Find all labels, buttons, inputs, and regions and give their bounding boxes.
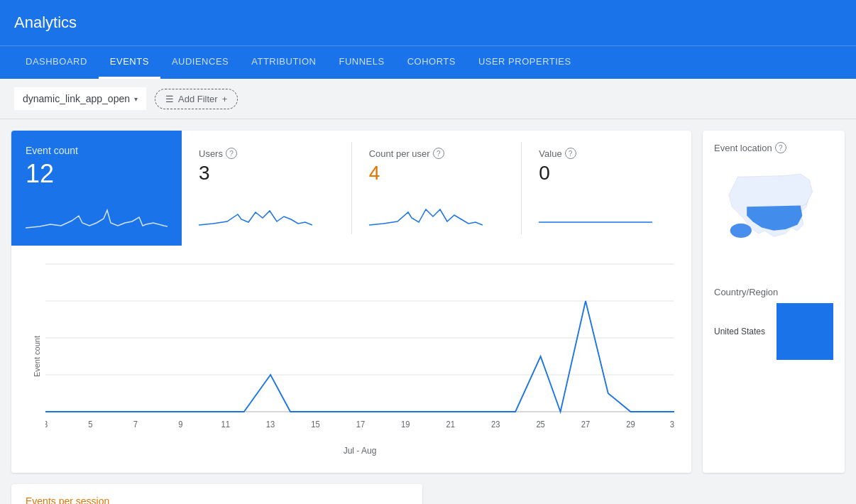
stats-top-row: Event count 12 Users ?	[11, 131, 691, 246]
plus-icon: +	[222, 94, 228, 104]
events-per-session-card: Events per session	[11, 484, 422, 504]
metric-count-per-user: Count per user ? 4	[352, 142, 522, 234]
event-count-label: Event count	[26, 145, 168, 156]
nav-audiences[interactable]: AUDIENCES	[160, 46, 240, 79]
svg-text:7: 7	[133, 420, 138, 429]
count-per-user-mini-chart	[369, 197, 505, 229]
bottom-section: Events per session	[0, 484, 856, 504]
metric-value: Value ? 0	[522, 142, 691, 234]
svg-text:15: 15	[311, 420, 319, 429]
value-help-icon[interactable]: ?	[565, 148, 576, 159]
event-location-label: Event location	[714, 143, 772, 153]
main-chart-area: Event count 8 6 4	[11, 246, 691, 473]
nav-attribution[interactable]: ATTRIBUTION	[240, 46, 327, 79]
metric-users: Users ? 3	[182, 142, 352, 234]
users-help-icon[interactable]: ?	[226, 148, 237, 159]
users-mini-chart	[199, 197, 334, 229]
event-dropdown[interactable]: dynamic_link_app_open ▾	[14, 87, 146, 110]
event-location-help-icon[interactable]: ?	[775, 142, 786, 153]
right-panel: Event location ? Country/Region United S…	[703, 131, 845, 473]
event-count-box: Event count 12	[11, 131, 182, 246]
x-axis-label: Jul - Aug	[45, 446, 674, 456]
value-mini-chart	[539, 197, 674, 229]
nav-funnels[interactable]: FUNNELS	[327, 46, 395, 79]
svg-text:11: 11	[221, 420, 229, 429]
svg-text:31: 31	[670, 420, 674, 429]
svg-text:21: 21	[446, 420, 455, 429]
svg-text:17: 17	[356, 420, 365, 429]
nav-dashboard[interactable]: DASHBOARD	[14, 46, 99, 79]
svg-point-27	[730, 224, 752, 238]
main-chart: 8 6 4 2 0	[45, 257, 674, 456]
add-filter-button[interactable]: ☰ Add Filter +	[155, 89, 238, 109]
event-count-mini-chart	[26, 196, 168, 231]
main-content: Event count 12 Users ?	[0, 119, 856, 484]
value-number: 0	[539, 162, 674, 185]
country-bar-united-states	[777, 303, 833, 360]
app-title: Analytics	[14, 13, 77, 32]
svg-text:27: 27	[581, 420, 590, 429]
nav-user-properties[interactable]: USER PROPERTIES	[467, 46, 583, 79]
stats-card: Event count 12 Users ?	[11, 131, 691, 473]
svg-text:9: 9	[178, 420, 182, 429]
svg-text:29: 29	[626, 420, 635, 429]
svg-text:3: 3	[45, 420, 48, 429]
main-nav: DASHBOARD EVENTS AUDIENCES ATTRIBUTION F…	[0, 45, 856, 79]
event-count-value: 12	[26, 159, 168, 189]
filter-label: Add Filter	[178, 94, 218, 104]
count-per-user-label: Count per user	[369, 148, 430, 159]
users-value: 3	[199, 162, 334, 185]
users-label: Users	[199, 148, 223, 159]
event-dropdown-value: dynamic_link_app_open	[23, 93, 130, 104]
svg-text:5: 5	[88, 420, 92, 429]
nav-events[interactable]: EVENTS	[99, 46, 160, 79]
country-name: United States	[714, 327, 771, 336]
toolbar: dynamic_link_app_open ▾ ☰ Add Filter +	[0, 79, 856, 119]
events-per-session-title: Events per session	[26, 495, 408, 504]
nav-cohorts[interactable]: COHORTS	[396, 46, 467, 79]
y-axis-label: Event count	[33, 336, 41, 377]
count-per-user-value: 4	[369, 162, 505, 185]
header: Analytics	[0, 0, 856, 45]
chevron-down-icon: ▾	[134, 95, 138, 103]
metrics-row: Users ? 3 Count per user	[182, 131, 691, 246]
value-label: Value	[539, 148, 561, 159]
svg-text:25: 25	[536, 420, 544, 429]
country-region-label: Country/Region	[714, 287, 833, 297]
stats-section: Event count 12 Users ?	[11, 131, 691, 473]
svg-text:19: 19	[401, 420, 410, 429]
count-per-user-help-icon[interactable]: ?	[433, 148, 444, 159]
svg-text:23: 23	[491, 420, 500, 429]
svg-text:13: 13	[266, 420, 275, 429]
event-location-title: Event location ?	[714, 142, 833, 153]
country-bar-row: United States	[714, 303, 833, 360]
filter-icon: ☰	[165, 94, 174, 104]
event-location-map	[714, 162, 833, 275]
